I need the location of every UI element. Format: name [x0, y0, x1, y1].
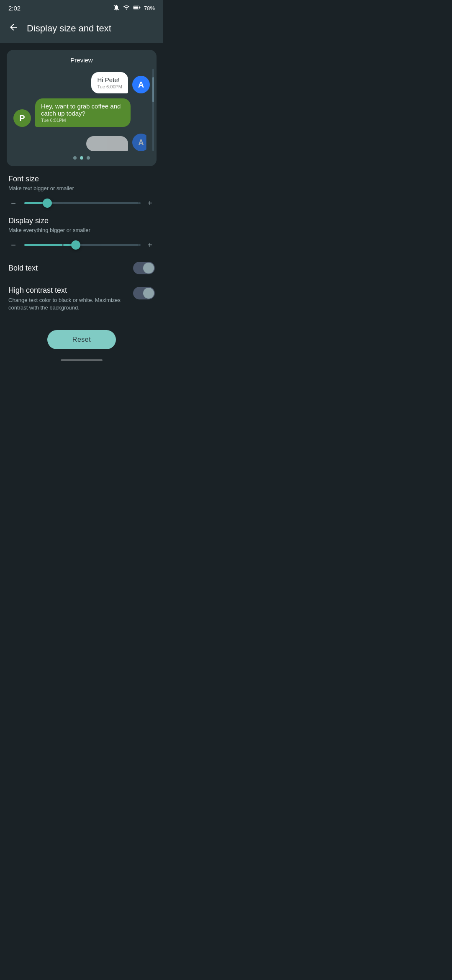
dot-2: [80, 156, 83, 160]
high-contrast-toggle[interactable]: [133, 287, 155, 299]
message-time-1: Tue 6:00PM: [97, 84, 122, 89]
preview-card: Preview Hi Pete! Tue 6:00PM A P Hey, wan…: [7, 50, 157, 166]
display-size-slider-row: − +: [8, 240, 155, 250]
home-indicator: [0, 356, 163, 366]
display-tick-2: [100, 244, 102, 246]
home-bar: [61, 359, 103, 361]
scrollbar-thumb: [152, 77, 154, 102]
dot-1: [73, 156, 77, 160]
tick-2: [100, 202, 102, 204]
message-text-1: Hi Pete!: [97, 76, 122, 83]
tick-1: [62, 202, 64, 204]
high-contrast-subtitle: Change text color to black or white. Max…: [8, 297, 126, 312]
font-size-slider-row: − +: [8, 198, 155, 208]
font-size-thumb[interactable]: [43, 199, 52, 208]
battery-icon: [133, 5, 141, 12]
preview-messages-wrapper: Hi Pete! Tue 6:00PM A P Hey, want to gra…: [7, 69, 157, 151]
display-size-track: [24, 244, 139, 246]
high-contrast-text: High contrast text Change text color to …: [8, 286, 126, 312]
font-size-section: Font size Make text bigger or smaller − …: [0, 166, 163, 211]
message-left: P Hey, want to grab coffee and catch up …: [13, 98, 150, 127]
page-title: Display size and text: [27, 23, 111, 34]
display-size-subtitle: Make everything bigger or smaller: [8, 227, 155, 233]
font-size-subtitle: Make text bigger or smaller: [8, 185, 155, 191]
font-size-track: [24, 202, 139, 204]
preview-label: Preview: [7, 57, 157, 64]
status-time: 2:02: [8, 5, 21, 12]
svg-rect-3: [139, 7, 140, 8]
display-size-increase-icon[interactable]: +: [145, 240, 155, 250]
status-bar: 2:02 78%: [0, 0, 163, 15]
status-icons: 78%: [113, 4, 155, 12]
partial-bubble: [86, 136, 128, 151]
font-size-decrease-icon[interactable]: −: [8, 199, 18, 208]
display-size-section: Display size Make everything bigger or s…: [0, 211, 163, 253]
page-dots: [7, 151, 157, 161]
bold-text-row: Bold text: [0, 253, 163, 283]
message-bubble-white: Hi Pete! Tue 6:00PM: [91, 72, 128, 93]
high-contrast-thumb: [143, 288, 154, 299]
reset-button[interactable]: Reset: [47, 330, 116, 349]
font-size-slider[interactable]: [24, 198, 139, 208]
avatar-partial: A: [132, 134, 150, 151]
message-text-2: Hey, want to grab coffee and catch up to…: [41, 103, 125, 117]
wifi-icon: [123, 4, 130, 12]
display-size-slider[interactable]: [24, 240, 139, 250]
avatar-p: P: [13, 109, 31, 127]
display-size-fill: [24, 244, 76, 246]
display-size-decrease-icon[interactable]: −: [8, 240, 18, 250]
bold-text-title: Bold text: [8, 264, 38, 273]
tick-3: [139, 202, 141, 204]
battery-percentage: 78%: [144, 5, 155, 11]
preview-messages: Hi Pete! Tue 6:00PM A P Hey, want to gra…: [7, 69, 157, 130]
message-right: Hi Pete! Tue 6:00PM A: [13, 72, 150, 93]
app-bar: Display size and text: [0, 15, 163, 43]
avatar-a: A: [132, 76, 150, 93]
high-contrast-title: High contrast text: [8, 286, 126, 295]
display-tick-3: [139, 244, 141, 246]
display-tick-1: [62, 244, 64, 246]
mute-icon: [113, 4, 120, 12]
display-size-title: Display size: [8, 217, 155, 225]
bold-text-thumb: [143, 263, 154, 273]
dot-3: [87, 156, 90, 160]
message-partial: A: [7, 134, 157, 151]
high-contrast-row: High contrast text Change text color to …: [8, 286, 155, 312]
font-size-title: Font size: [8, 175, 155, 183]
svg-rect-2: [134, 6, 138, 8]
bold-text-toggle[interactable]: [133, 262, 155, 274]
back-button[interactable]: [7, 21, 20, 36]
reset-area: Reset: [0, 320, 163, 356]
message-time-2: Tue 6:01PM: [41, 118, 125, 123]
font-size-increase-icon[interactable]: +: [145, 199, 155, 208]
display-size-thumb[interactable]: [71, 240, 80, 250]
message-bubble-green: Hey, want to grab coffee and catch up to…: [35, 98, 131, 127]
high-contrast-section: High contrast text Change text color to …: [0, 283, 163, 320]
